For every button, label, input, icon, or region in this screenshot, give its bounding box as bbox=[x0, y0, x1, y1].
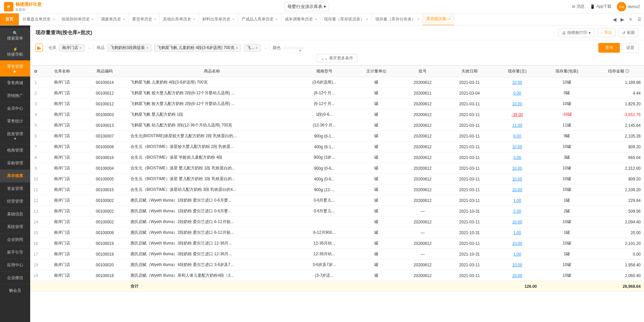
table-row: 16 南岸门店 00100019 惠氏启赋（Wyeth illuma）3段奶粉 … bbox=[30, 238, 644, 249]
sidebar-item-basic[interactable]: 基础信息 bbox=[0, 208, 30, 220]
sidebar-item-enterprise[interactable]: 企业协同 bbox=[0, 233, 30, 246]
tab-product-in[interactable]: 产成品入库单历史 × bbox=[238, 13, 281, 25]
refresh-button[interactable]: ↺ 刷新 bbox=[619, 28, 639, 37]
tab-split-inventory[interactable]: 分量盘点单历史 × bbox=[19, 13, 58, 25]
cell-qty[interactable]: 9.00 bbox=[494, 131, 540, 142]
settings-button[interactable]: 设置 bbox=[622, 43, 639, 53]
tab-transfer[interactable]: 调拨单历史 × bbox=[98, 13, 129, 25]
cell-unit: 罐 bbox=[352, 88, 400, 99]
sidebar-item-inventory[interactable]: 库存核算 bbox=[0, 169, 30, 182]
remove-product-tag-1[interactable]: × bbox=[146, 46, 149, 50]
close-icon[interactable]: × bbox=[448, 17, 450, 21]
tab-batch-ledger[interactable]: 库存批次账 × bbox=[423, 13, 454, 25]
cell-qty[interactable]: 10.00 bbox=[494, 260, 540, 270]
cell-expiry: 2021-10-31 bbox=[445, 206, 494, 217]
sidebar-item-label: 应用中心 bbox=[1, 262, 29, 268]
summary-total-qty: 126.00 bbox=[494, 281, 540, 292]
cell-qty[interactable]: 1.00 bbox=[494, 249, 540, 260]
sidebar-item-enterprise-wechat[interactable]: 企业微信 bbox=[0, 271, 30, 284]
cell-warehouse: 南岸门店 bbox=[41, 99, 83, 109]
sidebar-item-marketing[interactable]: 营销推广 bbox=[0, 89, 30, 102]
cell-qty[interactable]: -39.00 bbox=[494, 109, 540, 120]
cell-qty[interactable]: 10.00 bbox=[494, 217, 540, 227]
cell-qty[interactable]: 10.00 bbox=[494, 99, 540, 109]
cell-qty[interactable]: 11.00 bbox=[494, 120, 540, 131]
col-settings[interactable]: ⚙ bbox=[30, 66, 41, 77]
sidebar-item-system[interactable]: 系统管理 bbox=[0, 220, 30, 233]
tab-next-arrow[interactable]: ▶ bbox=[619, 17, 626, 22]
close-icon[interactable]: × bbox=[232, 17, 234, 21]
sidebar-item-ecommerce[interactable]: 电商管理 bbox=[0, 144, 30, 157]
expand-more-button[interactable]: ⌄⌄ 展开更多条件 bbox=[317, 54, 358, 62]
close-icon[interactable]: × bbox=[418, 17, 420, 21]
tab-home[interactable]: 首页 bbox=[0, 13, 19, 25]
cell-qty[interactable]: 3.00 bbox=[494, 152, 540, 163]
industry-selector[interactable]: 母婴行业演示库表 ▾ bbox=[284, 2, 329, 11]
tab-cost-adjust[interactable]: 成本调整单历史 × bbox=[281, 13, 321, 25]
cell-expiry: 2021-03-11 bbox=[445, 131, 494, 142]
close-icon[interactable]: × bbox=[193, 17, 195, 21]
cell-qty[interactable]: 10.00 bbox=[494, 174, 540, 184]
sidebar-item-retail[interactable]: 零售管理 ▶ bbox=[0, 60, 30, 76]
sidebar-item-member-card[interactable]: 畅会员 bbox=[0, 284, 30, 297]
tab-requisition[interactable]: 要货单历史 × bbox=[129, 13, 160, 25]
query-button[interactable]: 查询 bbox=[598, 43, 620, 53]
sidebar-item-app-center[interactable]: 应用中心 bbox=[0, 259, 30, 271]
tab-menu[interactable]: ☰ bbox=[635, 17, 644, 22]
close-icon[interactable]: × bbox=[366, 17, 368, 21]
close-icon[interactable]: × bbox=[276, 17, 278, 21]
cell-qty[interactable]: 10.00 bbox=[494, 184, 540, 195]
cell-qty[interactable]: 1.00 bbox=[494, 227, 540, 238]
close-icon[interactable]: × bbox=[154, 17, 156, 21]
cell-qty[interactable]: 10.00 bbox=[494, 238, 540, 249]
close-icon[interactable]: × bbox=[53, 17, 55, 21]
sidebar-item-wholesale[interactable]: 批发管理 ▼ bbox=[0, 127, 30, 144]
quick-nav-button[interactable]: ⚡ 快捷导航 bbox=[0, 44, 30, 60]
tab-material-out[interactable]: 材料出库单历史 × bbox=[199, 13, 238, 25]
sidebar-item-operations[interactable]: 经营管理 bbox=[0, 195, 30, 208]
tab-inventory-dist[interactable]: 现存量（库存分布表） × bbox=[372, 13, 423, 25]
sidebar-item-member[interactable]: 会员中心 bbox=[0, 102, 30, 115]
cell-qty[interactable]: 0.00 bbox=[494, 88, 540, 99]
settings-icon[interactable]: ⚙ bbox=[34, 69, 38, 74]
sidebar-item-guide[interactable]: 新手引导 bbox=[0, 246, 30, 259]
cell-qty[interactable]: 10.00 bbox=[494, 77, 540, 88]
export-button[interactable]: ↑ 导出 bbox=[597, 28, 616, 37]
cell-qty[interactable]: 2.00 bbox=[494, 206, 540, 217]
cell-code: 00100019 bbox=[83, 249, 127, 260]
sidebar-item-retail-stats[interactable]: 零售统计 bbox=[0, 115, 30, 127]
cell-qty[interactable]: 10.00 bbox=[494, 142, 540, 152]
cell-spec: (6-12个月... bbox=[297, 99, 352, 109]
tab-other-out[interactable]: 其他出库单历史 × bbox=[160, 13, 199, 25]
sidebar-item-retail-shop[interactable]: 零售商城 bbox=[0, 76, 30, 89]
messages-button[interactable]: ✉ 消息 bbox=[572, 4, 585, 9]
remove-product-tag-3[interactable]: × bbox=[256, 46, 258, 50]
app-download-button[interactable]: 📱 App下载 bbox=[590, 4, 611, 9]
row-number: 1 bbox=[30, 77, 41, 88]
sidebar-item-label: 资金管理 bbox=[1, 186, 29, 192]
cell-qty[interactable]: 1.00 bbox=[494, 195, 540, 206]
close-icon[interactable]: × bbox=[315, 17, 317, 21]
template-print-button[interactable]: 🖨 按模板打印 ▾ bbox=[558, 28, 594, 37]
cell-qty[interactable]: 10.00 bbox=[494, 270, 540, 281]
sidebar-item-finance[interactable]: 资金管理 bbox=[0, 182, 30, 195]
cell-qty[interactable]: 10.00 bbox=[494, 163, 540, 174]
tab-inventory-status[interactable]: 现存量（库存状况表） × bbox=[321, 13, 372, 25]
cell-code: 00100003 bbox=[83, 109, 127, 120]
close-icon[interactable]: × bbox=[123, 17, 125, 21]
search-menu-button[interactable]: 🔍 搜索菜单 bbox=[0, 28, 30, 44]
expand-filters-arrow[interactable]: ▶ bbox=[36, 44, 43, 52]
product-filter-more[interactable]: ··· bbox=[264, 46, 267, 50]
user-area[interactable]: Ea demo2 bbox=[617, 2, 640, 11]
tab-disassemble[interactable]: 组装拆卸单历史 × bbox=[58, 13, 98, 25]
close-icon[interactable]: × bbox=[92, 17, 94, 21]
remove-warehouse-tag[interactable]: × bbox=[79, 46, 82, 50]
color-filter-dropdown[interactable]: ▾ bbox=[283, 47, 304, 49]
tab-prev-arrow[interactable]: ◀ bbox=[611, 17, 619, 22]
sidebar-item-purchase[interactable]: 采购管理 bbox=[0, 157, 30, 169]
logo-area: 好 畅捷通好生意 标题版 bbox=[4, 1, 42, 12]
cell-spec: (3-7岁适... bbox=[297, 270, 352, 281]
remove-product-tag-2[interactable]: × bbox=[236, 46, 238, 50]
tab-close-all[interactable]: ✕ bbox=[626, 17, 635, 22]
warehouse-filter-more[interactable]: ··· bbox=[88, 46, 91, 50]
